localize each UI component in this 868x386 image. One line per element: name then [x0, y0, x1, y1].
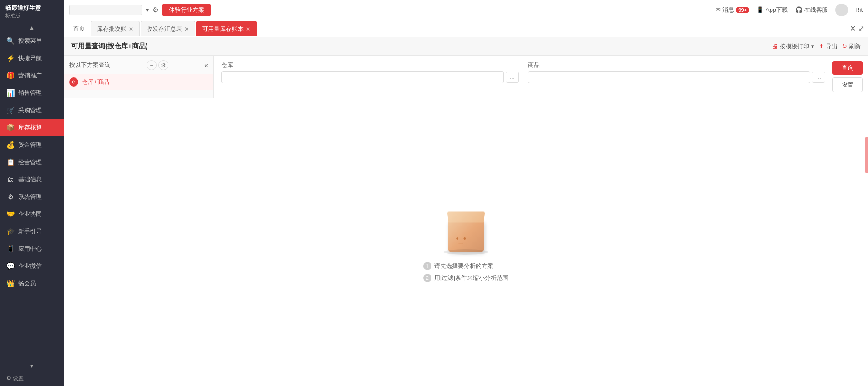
close-window-btn[interactable]: ✕: [850, 24, 856, 33]
sidebar-item-sales[interactable]: 📊销售管理: [0, 84, 64, 102]
manage-scheme-btn[interactable]: ⚙: [158, 60, 168, 70]
content-area: 可用量查询(按仓库+商品) 🖨 按模板打印 ▾ ⬆ 导出 ↻ 刷新: [64, 37, 868, 386]
sidebar-label-member: 畅会员: [18, 279, 36, 288]
sidebar-item-purchase[interactable]: 🛒采购管理: [0, 102, 64, 119]
sidebar-item-marketing[interactable]: 🎁营销推广: [0, 67, 64, 84]
tab-close-available-stock[interactable]: ✕: [245, 26, 251, 32]
goods-label: 商品: [528, 61, 826, 69]
print-icon: 🖨: [772, 43, 778, 50]
collapse-scheme-btn[interactable]: «: [204, 62, 208, 69]
print-label: 按模板打印: [780, 42, 809, 51]
tab-close-collect-summary[interactable]: ✕: [184, 26, 189, 32]
goods-input[interactable]: [528, 71, 811, 83]
sidebar-label-wechat: 企业微信: [18, 262, 42, 270]
basic-info-icon: 🗂: [6, 175, 15, 183]
sidebar-item-inventory[interactable]: 📦库存核算: [0, 119, 64, 136]
query-btn[interactable]: 查询: [832, 61, 863, 75]
sidebar-item-search[interactable]: 🔍搜索菜单: [0, 32, 64, 50]
phone-icon: 📱: [756, 6, 764, 13]
print-btn[interactable]: 🖨 按模板打印 ▾: [772, 42, 814, 51]
sidebar-item-wechat[interactable]: 💬企业微信: [0, 257, 64, 275]
scrollbar-thumb[interactable]: [865, 137, 868, 173]
empty-face: •_•: [456, 234, 467, 244]
topbar-right: ✉ 消息 99+ 📱 App下载 🎧 在线客服 Rit: [716, 4, 863, 16]
app-download-label: App下载: [766, 6, 788, 14]
tab-batch-account[interactable]: 库存批次账✕: [91, 21, 140, 36]
settings-btn[interactable]: 设置: [832, 77, 863, 92]
print-dropdown-icon: ▾: [811, 43, 814, 50]
goods-dots-btn[interactable]: ...: [812, 72, 825, 83]
sidebar-label-marketing: 营销推广: [18, 72, 42, 80]
warehouse-field-group: 仓库 ...: [221, 61, 519, 83]
customer-service-label: 在线客服: [804, 6, 828, 14]
sidebar-item-app-center[interactable]: 📱应用中心: [0, 240, 64, 257]
tabs-bar: 首页库存批次账✕收发存汇总表✕可用量库存账本✕ ✕ ⤢: [64, 20, 868, 37]
sidebar-label-search: 搜索菜单: [18, 37, 42, 45]
app-center-icon: 📱: [6, 245, 15, 253]
tab-label-home: 首页: [73, 25, 85, 33]
empty-shadow: [443, 249, 489, 255]
system-icon: ⚙: [6, 193, 15, 201]
warehouse-input[interactable]: [221, 71, 504, 83]
gear-btn[interactable]: ⚙: [152, 5, 159, 14]
scheme-header: 按以下方案查询 ＋ ⚙ «: [64, 60, 213, 74]
tab-label-batch-account: 库存批次账: [97, 25, 127, 33]
sidebar-item-operations[interactable]: 📋经营管理: [0, 154, 64, 171]
tab-available-stock[interactable]: 可用量库存账本✕: [196, 21, 257, 36]
finance-icon: 💰: [6, 141, 15, 149]
customer-service-btn[interactable]: 🎧 在线客服: [795, 6, 828, 14]
search-dropdown-btn[interactable]: ▾: [146, 6, 149, 14]
sidebar-label-sales: 销售管理: [18, 89, 42, 97]
search-input[interactable]: [69, 5, 142, 15]
hint-row-2: 2 用[过滤]条件来缩小分析范围: [423, 274, 508, 282]
industry-btn[interactable]: 体验行业方案: [162, 4, 211, 16]
messages-label: 消息: [722, 6, 734, 14]
messages-btn[interactable]: ✉ 消息 99+: [716, 6, 749, 14]
query-action-panel: 查询 设置: [832, 56, 868, 98]
sidebar-item-basic-info[interactable]: 🗂基础信息: [0, 171, 64, 188]
scheme-item-warehouse-goods[interactable]: ⟳ 仓库+商品: [64, 74, 213, 90]
warehouse-label: 仓库: [221, 61, 519, 69]
wechat-icon: 💬: [6, 262, 15, 270]
export-btn[interactable]: ⬆ 导出: [819, 42, 838, 51]
maximize-window-btn[interactable]: ⤢: [858, 24, 864, 33]
tab-label-available-stock: 可用量库存账本: [202, 25, 244, 33]
refresh-label: 刷新: [849, 42, 861, 51]
sidebar-item-guide[interactable]: 🎓新手引导: [0, 223, 64, 240]
add-scheme-btn[interactable]: ＋: [147, 60, 157, 70]
username: Rit: [855, 6, 863, 13]
message-icon: ✉: [716, 6, 721, 13]
sidebar-label-enterprise: 企业协同: [18, 210, 42, 218]
refresh-icon: ↻: [842, 43, 847, 50]
page-header-actions: 🖨 按模板打印 ▾ ⬆ 导出 ↻ 刷新: [772, 42, 861, 51]
enterprise-icon: 🤝: [6, 210, 15, 218]
quick-nav-icon: ⚡: [6, 54, 15, 62]
sidebar-item-enterprise[interactable]: 🤝企业协同: [0, 206, 64, 223]
hint-num-2: 2: [423, 274, 431, 282]
sidebar-label-finance: 资金管理: [18, 141, 42, 149]
app-logo: 畅康通好生意 标准版: [0, 0, 64, 23]
page-header: 可用量查询(按仓库+商品) 🖨 按模板打印 ▾ ⬆ 导出 ↻ 刷新: [64, 37, 868, 56]
tab-close-batch-account[interactable]: ✕: [128, 26, 134, 32]
sidebar-item-member[interactable]: 👑畅会员: [0, 275, 64, 292]
sidebar-label-operations: 经营管理: [18, 158, 42, 166]
hint-text-1: 请先选择要分析的方案: [434, 262, 493, 270]
warehouse-dots-btn[interactable]: ...: [506, 72, 519, 83]
hint-text-2: 用[过滤]条件来缩小分析范围: [434, 274, 508, 282]
sidebar-bottom-item[interactable]: ⚙ 设置: [0, 371, 64, 386]
sidebar-item-quick-nav[interactable]: ⚡快捷导航: [0, 50, 64, 67]
warehouse-input-row: ...: [221, 71, 519, 83]
sidebar-scroll-down[interactable]: ▼: [0, 361, 64, 371]
refresh-btn[interactable]: ↻ 刷新: [842, 42, 861, 51]
sidebar-item-system[interactable]: ⚙系统管理: [0, 188, 64, 206]
sidebar-item-finance[interactable]: 💰资金管理: [0, 136, 64, 154]
scheme-item-label: 仓库+商品: [82, 78, 109, 86]
search-icon: 🔍: [6, 37, 15, 45]
app-name: 畅康通好生意: [5, 5, 58, 12]
app-download-btn[interactable]: 📱 App下载: [756, 6, 788, 14]
sidebar-scroll-up[interactable]: ▲: [0, 23, 64, 32]
tab-home[interactable]: 首页: [67, 21, 90, 36]
headset-icon: 🎧: [795, 6, 802, 13]
sidebar-label-guide: 新手引导: [18, 227, 42, 236]
tab-collect-summary[interactable]: 收发存汇总表✕: [141, 21, 195, 36]
